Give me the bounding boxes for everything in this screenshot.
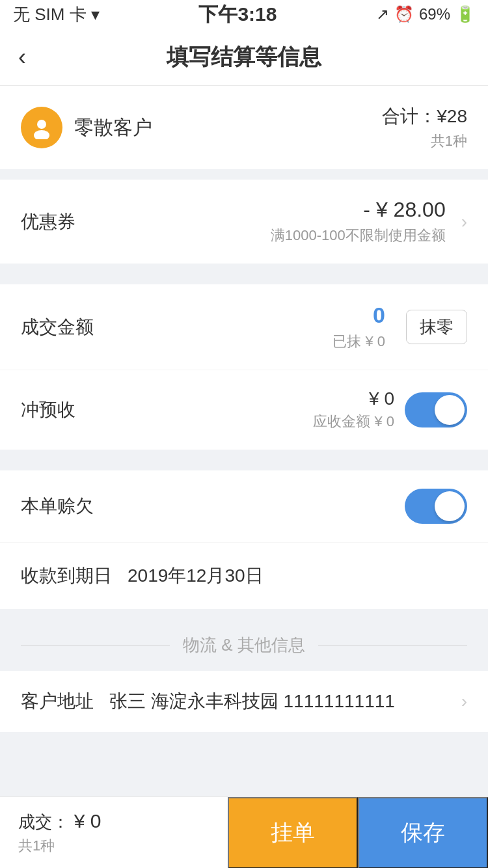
status-right: ↗ ⏰ 69% 🔋: [376, 5, 475, 23]
due-date-row: 收款到期日 2019年12月30日: [0, 543, 488, 609]
no-sim-label: 无 SIM 卡 ▾: [13, 3, 100, 26]
chevron-right-icon: ›: [461, 211, 467, 232]
customer-left: 零散客户: [21, 107, 152, 148]
hang-button[interactable]: 挂单: [228, 797, 358, 869]
status-bar: 无 SIM 卡 ▾ 下午3:18 ↗ ⏰ 69% 🔋: [0, 0, 488, 29]
prepayment-right: ¥ 0 应收金额 ¥ 0: [313, 388, 467, 431]
svg-point-0: [37, 120, 46, 129]
deal-amount-value: 0: [332, 303, 385, 328]
debt-toggle-knob: [435, 491, 465, 521]
already-rounded-label: 已抹 ¥ 0: [332, 332, 385, 351]
deal-amount-section: 成交金额 0 已抹 ¥ 0 抹零 冲预收 ¥ 0 应收金额 ¥ 0: [0, 284, 488, 450]
debt-row: 本单赊欠: [0, 470, 488, 543]
address-row[interactable]: 客户地址 张三 海淀永丰科技园 11111111111 ›: [0, 671, 488, 732]
customer-name: 零散客户: [74, 115, 152, 141]
main-content: 零散客户 合计：¥28 共1种 优惠券 - ¥ 28.00 满1000-100不…: [0, 86, 488, 821]
location-icon: ↗: [376, 5, 389, 23]
address-label: 客户地址: [21, 689, 94, 714]
save-button[interactable]: 保存: [358, 797, 488, 869]
debt-section: 本单赊欠 收款到期日 2019年12月30日: [0, 470, 488, 609]
battery-label: 69%: [419, 5, 450, 23]
coupon-desc: 满1000-100不限制使用金额: [271, 226, 446, 245]
due-date-value: 2019年12月30日: [128, 563, 264, 588]
bottom-count: 共1种: [18, 836, 210, 856]
debt-right: [405, 489, 467, 524]
alarm-icon: ⏰: [394, 5, 414, 23]
nav-bar: ‹ 填写结算等信息: [0, 29, 488, 86]
bottom-deal-label: 成交：: [18, 812, 69, 832]
total-count: 共1种: [382, 131, 467, 151]
back-button[interactable]: ‹: [18, 44, 26, 71]
status-time: 下午3:18: [198, 1, 277, 28]
coupon-section[interactable]: 优惠券 - ¥ 28.00 满1000-100不限制使用金额 ›: [0, 180, 488, 264]
prepayment-row: 冲预收 ¥ 0 应收金额 ¥ 0: [0, 370, 488, 450]
deal-amount-row: 成交金额 0 已抹 ¥ 0 抹零: [0, 284, 488, 370]
customer-row: 零散客户 合计：¥28 共1种: [0, 86, 488, 169]
divider-1: [0, 274, 488, 284]
page-title: 填写结算等信息: [167, 42, 321, 72]
due-date-label: 收款到期日: [21, 563, 112, 588]
prepayment-receivable: 应收金额 ¥ 0: [313, 412, 394, 431]
coupon-right: - ¥ 28.00 满1000-100不限制使用金额 ›: [271, 198, 467, 245]
divider-2: [0, 460, 488, 470]
address-section[interactable]: 客户地址 张三 海淀永丰科技园 11111111111 ›: [0, 671, 488, 732]
coupon-amount: - ¥ 28.00: [271, 198, 446, 222]
logistics-label: 物流 & 其他信息: [183, 634, 305, 657]
avatar: [21, 107, 62, 148]
bottom-summary: 成交： ¥ 0 共1种: [0, 810, 228, 856]
address-value: 张三 海淀永丰科技园 11111111111: [109, 689, 446, 714]
bottom-deal-amount: ¥ 0: [74, 810, 102, 832]
customer-section: 零散客户 合计：¥28 共1种: [0, 86, 488, 169]
logistics-line-left: [21, 645, 170, 645]
coupon-row[interactable]: 优惠券 - ¥ 28.00 满1000-100不限制使用金额 ›: [0, 180, 488, 264]
logistics-line-right: [318, 645, 467, 645]
debt-label: 本单赊欠: [21, 494, 99, 519]
coupon-label: 优惠券: [21, 210, 99, 234]
status-left: 无 SIM 卡 ▾: [13, 3, 100, 26]
logistics-divider: 物流 & 其他信息: [0, 619, 488, 671]
customer-right: 合计：¥28 共1种: [382, 104, 467, 151]
battery-icon: 🔋: [455, 5, 475, 23]
round-zero-button[interactable]: 抹零: [406, 310, 467, 344]
bottom-deal-row: 成交： ¥ 0: [18, 810, 210, 834]
svg-point-1: [34, 130, 49, 139]
prepayment-label: 冲预收: [21, 398, 99, 422]
prepayment-toggle[interactable]: [405, 392, 467, 427]
total-price: 合计：¥28: [382, 104, 467, 129]
address-chevron-icon: ›: [461, 691, 467, 712]
toggle-knob: [435, 395, 465, 425]
prepayment-amount: ¥ 0: [313, 388, 394, 409]
debt-toggle[interactable]: [405, 489, 467, 524]
deal-amount-right: 0 已抹 ¥ 0 抹零: [332, 303, 467, 351]
deal-amount-label: 成交金额: [21, 315, 99, 340]
bottom-bar: 成交： ¥ 0 共1种 挂单 保存: [0, 796, 488, 868]
